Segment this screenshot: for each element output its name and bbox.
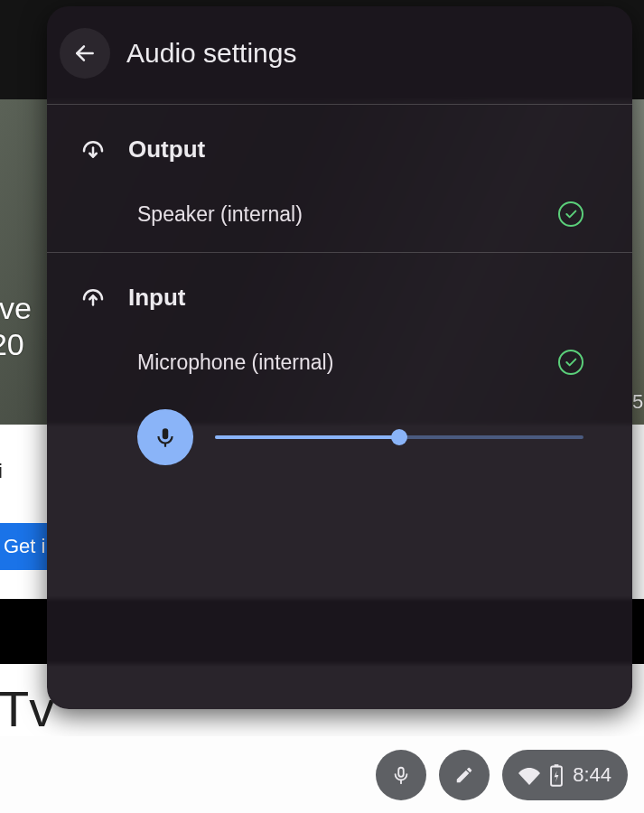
slider-fill — [215, 435, 399, 439]
shelf-status-area[interactable]: 8:44 — [502, 750, 628, 800]
panel-header: Audio settings — [47, 6, 632, 104]
mic-toggle-button[interactable] — [137, 409, 193, 465]
wifi-icon — [518, 764, 540, 786]
system-shelf: 8:44 — [0, 736, 644, 813]
background-video-text-1: ave — [0, 291, 32, 326]
microphone-icon — [391, 765, 411, 785]
shelf-clock: 8:44 — [573, 763, 611, 787]
microphone-icon — [154, 425, 177, 449]
output-section-header: Output — [70, 105, 609, 191]
check-icon — [564, 355, 578, 369]
mic-level-row — [70, 400, 609, 492]
output-device-row[interactable]: Speaker (internal) — [70, 191, 609, 252]
check-icon — [564, 207, 578, 221]
input-section-header: Input — [70, 253, 609, 339]
headphones-output-icon — [79, 136, 107, 164]
battery-charging-icon — [549, 763, 564, 787]
pen-icon — [454, 765, 474, 785]
audio-settings-panel: Audio settings Output Speaker (internal) — [47, 6, 632, 709]
output-device-selected-icon — [558, 201, 583, 227]
shelf-voice-button[interactable] — [376, 750, 426, 800]
mic-level-slider[interactable] — [215, 425, 583, 450]
slider-thumb — [391, 429, 407, 445]
input-device-label: Microphone (internal) — [137, 350, 333, 375]
input-device-selected-icon — [558, 350, 583, 375]
arrow-left-icon — [73, 42, 97, 65]
svg-rect-6 — [555, 764, 559, 767]
input-heading: Input — [128, 284, 186, 312]
output-heading: Output — [128, 136, 205, 164]
input-device-row[interactable]: Microphone (internal) — [70, 339, 609, 400]
shelf-stylus-button[interactable] — [439, 750, 490, 800]
headphones-input-icon — [79, 285, 107, 312]
svg-rect-3 — [398, 767, 404, 776]
panel-title: Audio settings — [126, 38, 296, 69]
background-video-text-2: 020 — [0, 327, 24, 362]
background-side-number: 5 — [632, 390, 643, 414]
background-whitestrip-text: ertai — [0, 460, 3, 483]
back-button[interactable] — [60, 28, 110, 79]
output-device-label: Speaker (internal) — [137, 202, 303, 227]
background-get-button-label: Get i — [4, 535, 45, 558]
output-section: Output Speaker (internal) — [47, 105, 632, 252]
input-section: Input Microphone (internal) — [47, 253, 632, 492]
background-get-button[interactable]: Get i — [0, 523, 47, 570]
